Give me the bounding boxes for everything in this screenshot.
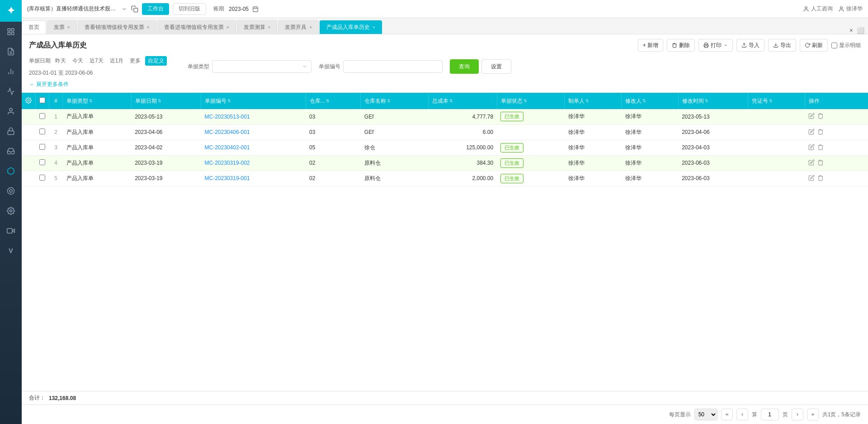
creator-col-header[interactable]: 制单人⇅	[565, 93, 622, 109]
warehouse-name-col-header[interactable]: 仓库名称⇅	[361, 93, 429, 109]
row-number-1[interactable]: MC-20230406-001	[201, 124, 306, 140]
tabs-close-all[interactable]: ×	[849, 27, 853, 34]
select-all-checkbox[interactable]	[39, 97, 45, 103]
tab-invoice-close[interactable]: ×	[67, 25, 70, 30]
prev-version-button[interactable]: 切到旧版	[173, 3, 206, 15]
date-today[interactable]: 今天	[71, 56, 85, 66]
tab-invoice-calc[interactable]: 发票测算 ×	[237, 20, 278, 34]
new-button[interactable]: + 新增	[638, 39, 663, 52]
next-page-btn[interactable]	[792, 409, 803, 420]
delete-button[interactable]: 删除	[667, 39, 695, 52]
expand-button[interactable]: 展开更多条件	[29, 81, 861, 88]
modify-time-col-header[interactable]: 修改时间⇅	[678, 93, 748, 109]
user-avatar[interactable]: 徐泽华	[838, 5, 863, 13]
tab-view-sales-vat[interactable]: 查看销项增值税专用发票 ×	[78, 20, 156, 34]
checkbox-col-header[interactable]	[36, 93, 49, 109]
prev-page-btn[interactable]	[736, 409, 748, 420]
sidebar-item-settings[interactable]	[0, 201, 22, 221]
row-checkbox-3[interactable]	[36, 155, 49, 171]
tab-invoice-calc-close[interactable]: ×	[268, 25, 271, 30]
setting-button[interactable]: 设置	[481, 59, 511, 74]
date-7days[interactable]: 近7天	[88, 56, 105, 66]
row-delete-icon-2[interactable]	[817, 144, 824, 152]
row-edit-icon-1[interactable]	[808, 129, 815, 136]
help-button[interactable]: 人工咨询	[803, 5, 833, 13]
date-more[interactable]: 更多	[128, 56, 142, 66]
voucher-col-header[interactable]: 凭证号⇅	[748, 93, 805, 109]
number-col-header[interactable]: 单据编号⇅	[201, 93, 306, 109]
query-button[interactable]: 查询	[450, 59, 479, 74]
tabs-expand[interactable]: ⬜	[857, 27, 864, 34]
sidebar-item-contacts[interactable]	[0, 101, 22, 121]
row-number-2[interactable]: MC-20230402-001	[201, 140, 306, 155]
sidebar-item-doc[interactable]	[0, 42, 22, 62]
row-edit-icon-2[interactable]	[808, 144, 815, 152]
refresh-button[interactable]: 刷新	[800, 39, 828, 52]
sidebar-item-analytics[interactable]	[0, 81, 22, 101]
page-input[interactable]	[761, 409, 779, 420]
last-page-btn[interactable]	[807, 409, 819, 420]
import-button[interactable]: 导入	[736, 39, 764, 52]
date-custom[interactable]: 自定义	[145, 56, 167, 66]
status-badge-2: 已生效	[500, 143, 524, 152]
modifier-col-header[interactable]: 修改人⇅	[622, 93, 679, 109]
row-delete-icon-1[interactable]	[817, 129, 824, 136]
sidebar-item-chart[interactable]	[0, 62, 22, 81]
tab-invoice[interactable]: 发票 ×	[47, 20, 77, 34]
date-1month[interactable]: 近1月	[108, 56, 126, 66]
per-page-select[interactable]: 50 10 20 100	[694, 409, 717, 420]
tab-product-inbound-close[interactable]: ×	[373, 25, 375, 30]
row-checkbox-4[interactable]	[36, 171, 49, 186]
tab-view-purchase-vat-close[interactable]: ×	[226, 25, 229, 30]
sidebar-item-video[interactable]	[0, 221, 22, 241]
tab-view-purchase-vat[interactable]: 查看进项增值税专用发票 ×	[157, 20, 236, 34]
sidebar-item-stamp[interactable]	[0, 181, 22, 201]
display-toggle-checkbox[interactable]	[831, 43, 837, 48]
warehouse-code-col-header[interactable]: 仓库...⇅	[306, 93, 361, 109]
display-toggle[interactable]: 显示明细	[831, 42, 861, 49]
tab-home[interactable]: 首页	[22, 20, 46, 34]
row-checkbox-2[interactable]	[36, 140, 49, 155]
row-checkbox-0[interactable]	[36, 109, 49, 124]
row-number-0[interactable]: MC-20230513-001	[201, 109, 306, 124]
row-modifier-2: 徐泽华	[622, 140, 679, 155]
copy-icon[interactable]	[131, 5, 138, 13]
sidebar-item-home[interactable]	[0, 22, 22, 42]
sidebar-item-archive[interactable]	[0, 141, 22, 161]
row-edit-icon-4[interactable]	[808, 175, 815, 182]
date-col-header[interactable]: 单据日期⇅	[131, 93, 201, 109]
number-input[interactable]	[343, 60, 443, 73]
dropdown-icon[interactable]	[121, 6, 127, 12]
row-delete-icon-4[interactable]	[817, 175, 824, 182]
row-edit-icon-0[interactable]	[808, 113, 815, 120]
row-edit-icon-3[interactable]	[808, 159, 815, 167]
sidebar-item-version[interactable]: V	[0, 241, 22, 261]
type-select[interactable]	[212, 60, 311, 73]
settings-col-header[interactable]	[22, 93, 36, 109]
sidebar-item-lock[interactable]	[0, 121, 22, 141]
row-delete-icon-3[interactable]	[817, 159, 824, 167]
row-number-4[interactable]: MC-20230319-001	[201, 171, 306, 186]
tab-product-inbound[interactable]: 产成品入库单历史 ×	[320, 20, 382, 34]
row-delete-icon-0[interactable]	[817, 113, 824, 120]
app-logo[interactable]: ✦	[0, 0, 22, 22]
tab-invoice-issue[interactable]: 发票开具 ×	[278, 20, 319, 34]
tab-invoice-issue-close[interactable]: ×	[309, 25, 312, 30]
print-button[interactable]: 打印	[698, 39, 733, 52]
row-number-3[interactable]: MC-20230319-002	[201, 155, 306, 171]
export-button[interactable]: 导出	[768, 39, 796, 52]
workbench-button[interactable]: 工作台	[142, 3, 169, 15]
tabs-controls: × ⬜	[849, 27, 868, 34]
first-page-btn[interactable]	[721, 409, 733, 420]
tab-view-sales-vat-close[interactable]: ×	[147, 25, 150, 30]
sidebar-item-inventory[interactable]	[0, 161, 22, 181]
status-col-header[interactable]: 单据状态⇅	[497, 93, 565, 109]
calendar-icon[interactable]	[252, 6, 259, 12]
type-col-header[interactable]: 单据类型⇅	[63, 93, 132, 109]
total-cost-col-header[interactable]: 总成本⇅	[428, 93, 497, 109]
row-checkbox-1[interactable]	[36, 124, 49, 140]
date-range: 2023-01-01 至 2023-06-06	[29, 69, 93, 77]
date-yesterday[interactable]: 昨天	[53, 56, 68, 66]
type-dropdown-icon	[302, 64, 307, 69]
table-footer: 合计： 132,168.08	[22, 391, 868, 405]
